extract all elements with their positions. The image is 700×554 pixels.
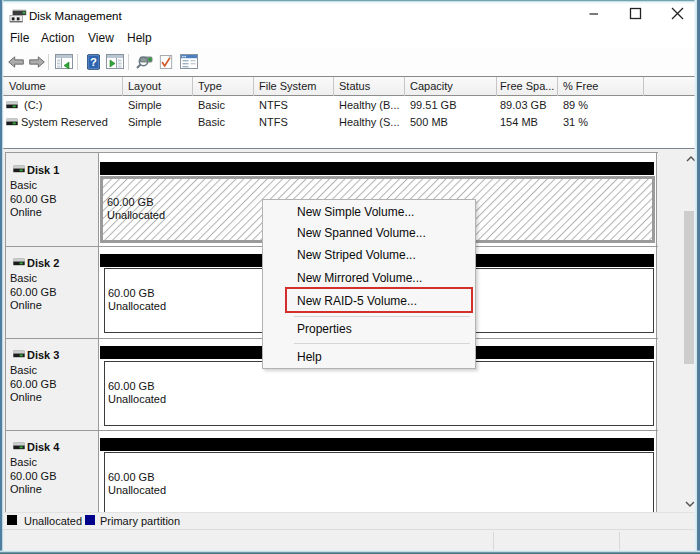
svg-text:?: ?: [90, 56, 97, 68]
